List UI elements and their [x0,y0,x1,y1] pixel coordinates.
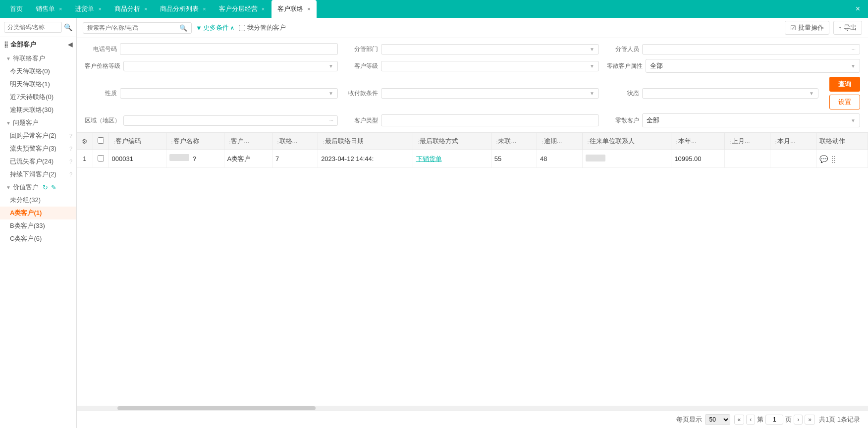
phone-input[interactable] [120,43,338,55]
query-button[interactable]: 查询 [829,77,860,92]
close-analysis-list-icon[interactable]: × [203,6,206,12]
page-size-select[interactable]: 50 100 200 [705,414,730,425]
action-icons: 💬 ⣿ [819,155,865,163]
export-button[interactable]: ↑ 导出 [833,21,863,35]
help-repurchase-icon[interactable]: ? [69,133,72,139]
th-checkbox[interactable] [93,133,108,150]
sidebar-group-pending[interactable]: ▼ 待联络客户 [0,52,76,65]
col-sep-last-date[interactable]: ⋮ [321,139,323,144]
home-label: 首页 [10,4,23,13]
last-method-link[interactable]: 下销货单 [416,155,442,162]
col-sep-contact-count[interactable]: ⋮ [275,139,277,144]
nav-tab-home[interactable]: 首页 [4,0,29,18]
help-declining-icon[interactable]: ? [69,171,72,177]
purchase-label: 进货单 [75,4,94,13]
customer-type-input[interactable] [381,114,599,126]
th-gear[interactable]: ⚙ [77,133,93,150]
price-grade-select[interactable]: ▼ [123,61,338,71]
last-page-button[interactable]: » [805,415,815,425]
sidebar-group-value[interactable]: ▼ 价值客户 ↻ ✎ [0,181,76,194]
refresh-icon[interactable]: ↻ [43,184,48,191]
close-customer-contact-icon[interactable]: × [307,6,310,12]
sidebar-item-a-class[interactable]: A类客户(1) [0,207,76,219]
sidebar-item-repurchase[interactable]: 回购异常客户(2) ? [0,129,76,142]
nav-tab-analysis-list[interactable]: 商品分析列表 × [154,0,212,18]
sidebar-item-today[interactable]: 今天待联络(0) [0,65,76,78]
edit-value-icon[interactable]: ✎ [51,184,56,191]
setting-button[interactable]: 设置 [829,95,860,109]
sidebar-item-7days[interactable]: 近7天待联络(0) [0,91,76,104]
batch-op-button[interactable]: ☑ 批量操作 [785,21,829,35]
filter-search-icon[interactable]: 🔍 [179,24,187,32]
nav-tab-customer-contact[interactable]: 客户联络 × [271,0,316,18]
nav-tab-sales[interactable]: 销售单 × [30,0,68,18]
nature-select[interactable]: ▼ [120,88,338,99]
row-select-checkbox[interactable] [98,155,104,161]
filter-price-grade: 客户价格等级 ▼ [85,59,338,73]
first-page-button[interactable]: « [734,415,745,425]
row-checkbox[interactable] [93,150,108,168]
col-sep-contact-person[interactable]: ⋮ [586,139,588,144]
region-select[interactable]: ··· [123,115,338,126]
chat-action-icon[interactable]: 💬 [819,155,828,163]
col-sep-overdue[interactable]: ⋮ [540,139,542,144]
sidebar-item-tomorrow[interactable]: 明天待联络(1) [0,78,76,91]
close-purchase-icon[interactable]: × [98,6,101,12]
horizontal-scrollbar[interactable] [77,406,868,411]
sidebar-item-overdue[interactable]: 逾期未联络(30) [0,104,76,116]
col-sep-not-contacted[interactable]: ⋮ [494,139,496,144]
sidebar-all-customers[interactable]: ⣿ 全部客户 ◀ [0,37,76,52]
filter-search-input[interactable] [87,24,177,31]
dept-select[interactable]: ▼ [381,44,599,54]
col-sep-code[interactable]: ⋮ [112,139,114,144]
table-row: 1 000031 ？ A类客户 7 2023-04-12 14:44: 下销货单… [77,150,868,168]
col-sep-name[interactable]: ⋮ [169,139,171,144]
my-customer-checkbox[interactable] [239,25,245,31]
sidebar-item-churned[interactable]: 已流失客户(24) ? [0,155,76,168]
col-sep-this-month[interactable]: ⋮ [773,139,775,144]
payment-select[interactable]: ▼ [381,88,599,99]
filter-nature: 性质 ▼ [85,77,338,109]
customer-tier-label: 客户分层经营 [219,4,258,13]
row-last-method[interactable]: 下销货单 [413,150,491,168]
close-all-icon[interactable]: × [852,4,864,13]
declining-label: 持续下滑客户(2) [10,170,56,179]
sidebar-group-problem[interactable]: ▼ 问题客户 [0,116,76,129]
sidebar-item-churn-warning[interactable]: 流失预警客户(3) ? [0,142,76,155]
sidebar-item-declining[interactable]: 持续下滑客户(2) ? [0,168,76,181]
select-all-checkbox[interactable] [98,137,104,144]
scattered-attr-select[interactable]: 全部 ▼ [646,59,860,73]
close-analysis-icon[interactable]: × [144,6,147,12]
col-sep-this-year[interactable]: ⋮ [674,139,676,144]
collapse-sidebar-icon[interactable]: ◀ [68,41,72,48]
customer-grade-select[interactable]: ▼ [381,61,599,71]
status-select[interactable]: ▼ [642,88,818,99]
grid-action-icon[interactable]: ⣿ [831,155,836,163]
nav-tab-analysis[interactable]: 商品分析 × [108,0,153,18]
filter-more-btn[interactable]: ▼ 更多条件 ∧ [196,23,235,32]
close-sales-icon[interactable]: × [59,6,62,12]
sidebar-item-c-class[interactable]: C类客户(6) [0,232,76,245]
th-code: ⋮ 客户编码 [108,133,166,150]
close-customer-tier-icon[interactable]: × [262,6,265,12]
help-churned-icon[interactable]: ? [69,159,72,164]
person-select[interactable]: ··· [642,44,860,54]
page-input[interactable] [765,415,783,425]
sidebar-search-input[interactable] [4,22,62,33]
churn-warning-label: 流失预警客户(3) [10,144,56,153]
next-page-button[interactable]: › [794,415,803,425]
col-sep-last-month[interactable]: ⋮ [728,139,730,144]
nav-tab-customer-tier[interactable]: 客户分层经营 × [213,0,271,18]
nav-tab-purchase[interactable]: 进货单 × [69,0,107,18]
sidebar-item-b-class[interactable]: B类客户(33) [0,219,76,232]
col-sep-level[interactable]: ⋮ [227,139,229,144]
table-container: ⚙ ⋮ 客户编码 ⋮ 客户名称 ⋮ 客户... ⋮ 联络... ⋮ 最后联络日期… [77,133,868,406]
prev-page-button[interactable]: ‹ [746,415,755,425]
scattered-customer-select[interactable]: 全部 ▼ [642,113,860,127]
col-sep-last-method[interactable]: ⋮ [416,139,418,144]
help-churn-warning-icon[interactable]: ? [69,146,72,152]
dept-chevron-icon: ▼ [590,47,595,52]
scrollbar-thumb[interactable] [117,406,316,410]
sidebar-item-ungroup[interactable]: 未分组(32) [0,194,76,207]
sidebar-search-icon[interactable]: 🔍 [64,23,72,31]
